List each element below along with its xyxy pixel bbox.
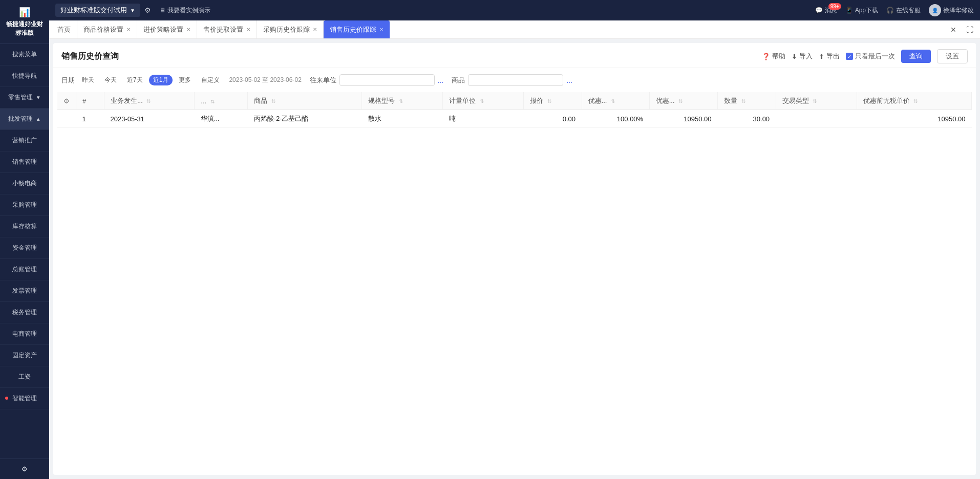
sidebar-item-quick-nav[interactable]: 快捷导航 [0,66,49,87]
sort-icon: ⇅ [146,98,151,104]
tab-close-icon[interactable]: ✕ [186,27,190,32]
app-name: 畅捷通好业财 标准版 [4,20,45,37]
row-discount1: 100.00% [582,110,649,128]
tab-label: 售价提取设置 [203,25,243,34]
sort-icon: ⇅ [210,99,215,104]
sidebar-item-purchase[interactable]: 采购管理 [0,194,49,216]
sidebar-item-inventory[interactable]: 库存核算 [0,216,49,237]
row-settings[interactable] [57,110,76,128]
page-header-actions: ❓ 帮助 ⬇ 导入 ⬆ 导出 ✓ 只看最后一次 查询 设置 [762,49,968,63]
export-icon: ⬆ [819,53,824,60]
tab-home[interactable]: 首页 [53,20,77,39]
tab-sales-history[interactable]: 销售历史价跟踪 ✕ [324,20,390,39]
date-options: 昨天 今天 近7天 近1月 更多 自定义 [78,75,224,85]
date-option-yesterday[interactable]: 昨天 [78,75,98,85]
tab-strategy[interactable]: 进价策略设置 ✕ [137,20,197,39]
col-goods[interactable]: 商品 ⇅ [248,92,362,110]
message-icon: 💬 [815,7,823,14]
col-spec[interactable]: 规格型号 ⇅ [362,92,443,110]
tab-extract[interactable]: 售价提取设置 ✕ [197,20,257,39]
sidebar-item-label: 销售管理 [12,158,37,165]
import-icon: ⬇ [792,53,797,60]
col-date[interactable]: 业务发生... ⇅ [104,92,194,110]
topbar-settings-icon[interactable]: ⚙ [144,6,151,14]
sidebar-item-marketing[interactable]: 营销推广 [0,130,49,151]
page-title: 销售历史价查询 [61,51,762,62]
topbar-right-area: 💬 消息 99+ 📱 App下载 🎧 在线客服 👤 徐泽华修改 [815,4,974,16]
col-quantity[interactable]: 数量 ⇅ [718,92,776,110]
col-settings[interactable]: ⚙ [57,92,76,110]
online-service-label: 在线客服 [896,6,921,15]
sidebar-item-retail[interactable]: 零售管理 ▼ [0,87,49,108]
only-last-checkbox-label[interactable]: ✓ 只看最后一次 [846,52,895,61]
tab-label: 首页 [57,25,71,34]
sidebar-item-search[interactable]: 搜索菜单 [0,44,49,66]
tab-close-icon[interactable]: ✕ [246,27,250,32]
tab-price[interactable]: 商品价格设置 ✕ [77,20,137,39]
message-button[interactable]: 💬 消息 99+ [815,6,837,15]
row-date: 2023-05-31 [104,110,194,128]
sidebar-item-fixed-assets[interactable]: 固定资产 [0,345,49,366]
source-unit-input[interactable] [339,74,435,86]
date-option-1month[interactable]: 近1月 [149,75,173,85]
only-last-checkbox[interactable]: ✓ [846,53,853,60]
sidebar-item-ecommerce-small[interactable]: 小畅电商 [0,173,49,194]
goods-more-button[interactable]: ... [566,76,572,84]
sidebar-item-label: 采购管理 [12,201,37,208]
col-num: # [76,92,104,110]
settings-icon: ⚙ [22,465,28,473]
col-price[interactable]: 报价 ⇅ [524,92,582,110]
app-download-button[interactable]: 📱 App下载 [845,6,878,15]
date-option-7days[interactable]: 近7天 [123,75,147,85]
module-selector[interactable]: 好业财标准版交付试用 ▼ [55,4,140,17]
query-button[interactable]: 查询 [901,50,931,63]
source-unit-more-button[interactable]: ... [438,76,444,84]
sidebar-item-sales[interactable]: 销售管理 [0,151,49,173]
sidebar-item-label: 批发管理 [8,115,33,122]
sidebar-item-smart[interactable]: 智能管理 [0,388,49,409]
sidebar-item-invoice[interactable]: 发票管理 [0,280,49,302]
sidebar-item-accounting[interactable]: 总账管理 [0,259,49,280]
online-service-button[interactable]: 🎧 在线客服 [886,6,921,15]
content-area: 销售历史价查询 ❓ 帮助 ⬇ 导入 ⬆ 导出 ✓ 只看最后一次 查 [53,43,976,475]
sort-icon: ⇅ [913,98,918,104]
source-unit-label: 往来单位 [310,76,336,85]
sidebar-item-label: 库存核算 [12,223,37,230]
row-trade-type [776,110,857,128]
demo-button[interactable]: 🖥 我要看实例演示 [159,6,210,15]
tab-close-icon[interactable]: ✕ [379,27,384,32]
tab-close-icon[interactable]: ✕ [126,27,131,32]
sidebar-settings-button[interactable]: ⚙ [0,459,49,479]
help-link[interactable]: ❓ 帮助 [762,52,785,61]
help-icon: ❓ [762,53,770,60]
tab-close-window-button[interactable]: ✕ [947,24,960,36]
col-more[interactable]: ... ⇅ [195,92,248,110]
import-link[interactable]: ⬇ 导入 [792,52,813,61]
row-more: 华滇... [195,110,248,128]
sidebar-item-wholesale[interactable]: 批发管理 ▲ [0,108,49,130]
date-filter-group: 日期 昨天 今天 近7天 近1月 更多 自定义 2023-05-02 至 202… [61,75,302,85]
sidebar-item-ecommerce[interactable]: 电商管理 [0,323,49,345]
user-menu[interactable]: 👤 徐泽华修改 [929,4,974,16]
main-area: 好业财标准版交付试用 ▼ ⚙ 🖥 我要看实例演示 💬 消息 99+ 📱 App下… [49,0,980,479]
tab-close-icon[interactable]: ✕ [313,27,317,32]
settings-button[interactable]: 设置 [937,49,968,63]
sidebar-item-salary[interactable]: 工资 [0,366,49,388]
export-link[interactable]: ⬆ 导出 [819,52,840,61]
date-option-today[interactable]: 今天 [100,75,121,85]
date-option-more[interactable]: 更多 [175,75,195,85]
col-discount2[interactable]: 优惠... ⇅ [649,92,717,110]
row-pretax-price: 10950.00 [857,110,971,128]
sidebar-item-finance[interactable]: 资金管理 [0,237,49,259]
col-discount1[interactable]: 优惠... ⇅ [582,92,649,110]
goods-input[interactable] [468,74,563,86]
col-pretax-price[interactable]: 优惠前无税单价 ⇅ [857,92,971,110]
sidebar-item-tax[interactable]: 税务管理 [0,302,49,323]
data-table: ⚙ # 业务发生... ⇅ ... ⇅ 商品 ⇅ [57,92,972,128]
col-trade-type[interactable]: 交易类型 ⇅ [776,92,857,110]
tab-purchase-history[interactable]: 采购历史价跟踪 ✕ [257,20,324,39]
tab-maximize-button[interactable]: ⛶ [964,24,976,36]
date-option-custom[interactable]: 自定义 [197,75,224,85]
col-unit[interactable]: 计量单位 ⇅ [443,92,524,110]
sidebar-item-label: 快捷导航 [12,72,37,79]
